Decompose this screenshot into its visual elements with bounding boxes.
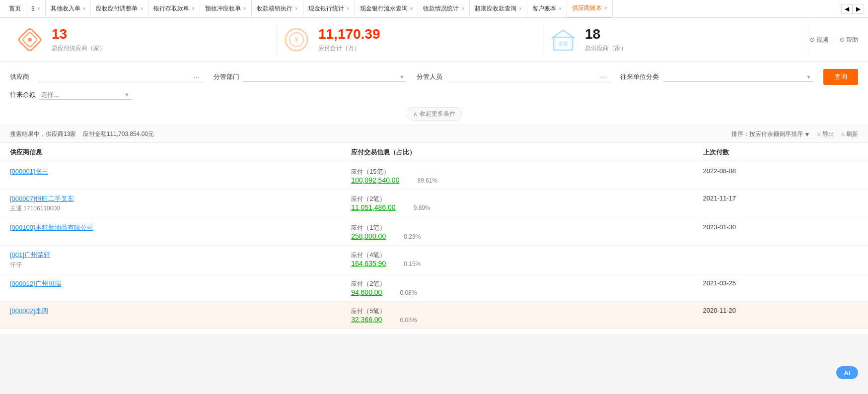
supplier-link[interactable]: [000100]本特勤油品有限公司	[10, 224, 93, 231]
nav-tab-prepay-ar[interactable]: 预收冲应收单 ×	[200, 0, 252, 18]
supplier-link[interactable]: [000002]李四	[10, 307, 48, 315]
nav-tab-ar-ap-adjust[interactable]: 应收应付调整单 ×	[91, 0, 148, 18]
help-separator: |	[833, 36, 835, 43]
nav-tab-collection-verify-close[interactable]: ×	[295, 6, 298, 11]
supplier-link[interactable]: [000012]广州贝瑞	[10, 280, 61, 287]
balance-filter-input[interactable]	[41, 91, 124, 98]
nav-next-button[interactable]: ▶	[853, 4, 864, 14]
nav-tab-cash-bank-stat[interactable]: 现金银行统计 ×	[303, 0, 355, 18]
nav-tab-3-close[interactable]: ×	[37, 6, 40, 11]
tx-label: 应付	[351, 196, 363, 202]
tx-count: （1笔）	[363, 224, 386, 231]
filter-balance: 往来余额 ▼	[10, 90, 129, 100]
table-row: [000002]李四应付（5笔）32,366.000.03%2020-11-20	[0, 302, 868, 329]
coin-icon: ¥	[282, 25, 311, 55]
nav-prev-button[interactable]: ◀	[841, 4, 853, 14]
tx-amount[interactable]: 11,051,486.00	[351, 203, 396, 211]
transaction-label-row: 应付（2笔）	[351, 279, 683, 288]
help-link[interactable]: ⊙帮助	[840, 36, 858, 44]
nav-tab-collection-stat[interactable]: 收款情况统计 ×	[418, 0, 470, 18]
category-filter-input[interactable]	[665, 73, 806, 80]
tx-percent: 0.03%	[400, 317, 417, 324]
transaction-label-row: 应付（15笔）	[351, 167, 683, 176]
tx-percent: 0.23%	[404, 233, 421, 240]
last-payment-cell: 2023-01-30	[693, 218, 868, 246]
query-button[interactable]: 查询	[823, 69, 858, 85]
collapse-chevron-icon: ∧	[413, 111, 418, 118]
tx-amount[interactable]: 258,000.00	[351, 232, 386, 240]
collapse-button[interactable]: ∧ 收起更多条件	[407, 107, 462, 121]
dept-filter-input[interactable]	[245, 73, 400, 80]
refresh-button[interactable]: ○ 刷新	[841, 130, 858, 138]
supplier-filter-input[interactable]	[41, 73, 192, 80]
nav-arrows: ◀ ▶	[841, 4, 864, 14]
supplier-link[interactable]: [000001]张三	[10, 168, 48, 175]
nav-tab-supplier-ledger[interactable]: 供应商账本 ×	[567, 0, 613, 18]
tx-percent: 89.61%	[417, 177, 437, 184]
nav-tab-overdue-ar-label: 超期应收款查询	[475, 4, 516, 13]
nav-tab-bank-deposit-close[interactable]: ×	[192, 6, 195, 11]
person-dots-button[interactable]: ···	[598, 73, 608, 81]
dept-filter-label: 分管部门	[214, 72, 239, 81]
tx-label: 应付	[351, 252, 363, 259]
nav-tab-3[interactable]: 3 ×	[26, 0, 46, 18]
export-button[interactable]: ○ 导出	[817, 130, 834, 138]
last-payment-cell: 2021-11-17	[693, 190, 868, 218]
person-filter-input[interactable]	[448, 73, 598, 80]
balance-filter-select[interactable]: ▼	[39, 90, 132, 100]
nav-tab-overdue-ar[interactable]: 超期应收款查询 ×	[470, 0, 527, 18]
tx-count: （15笔）	[363, 168, 389, 175]
tx-percent: 9.89%	[414, 204, 431, 211]
supplier-dots-button[interactable]: ···	[192, 73, 202, 81]
sort-chevron-icon: ▼	[804, 131, 810, 138]
tx-count: （5笔）	[363, 307, 386, 315]
tx-amount[interactable]: 94,600.00	[351, 288, 382, 296]
video-link[interactable]: ⊙视频	[810, 36, 828, 44]
summary-card-total-suppliers: 18 总供应商（家）	[543, 23, 810, 57]
nav-tab-collection-stat-close[interactable]: ×	[461, 6, 464, 11]
nav-tab-cash-bank-flow-close[interactable]: ×	[410, 6, 413, 11]
summary-card-payable-suppliers: 13 总应付供应商（家）	[10, 23, 277, 57]
supplier-sub-info: 王通 17106110000	[10, 204, 331, 213]
nav-tab-customer-ledger[interactable]: 客户账本 ×	[527, 0, 567, 18]
transaction-amount-row: 94,600.000.08%	[351, 288, 683, 296]
payable-suppliers-value: 13	[52, 27, 105, 42]
category-filter-select[interactable]: ▼	[663, 72, 814, 82]
transaction-label-row: 应付（2笔）	[351, 195, 683, 203]
svg-rect-7	[559, 41, 563, 46]
nav-tab-overdue-ar-close[interactable]: ×	[519, 6, 522, 11]
person-filter-label: 分管人员	[417, 72, 442, 81]
last-payment-cell: 2022-08-08	[693, 162, 868, 190]
transaction-label-row: 应付（1笔）	[351, 223, 683, 232]
tx-amount[interactable]: 164,635.90	[351, 260, 386, 267]
nav-tab-home[interactable]: 首页	[4, 0, 26, 18]
nav-tab-supplier-ledger-close[interactable]: ×	[604, 5, 607, 11]
nav-tab-ar-ap-adjust-close[interactable]: ×	[140, 6, 143, 11]
summary-info-total-suppliers: 18 总供应商（家）	[585, 27, 627, 53]
refresh-icon: ○	[841, 131, 845, 138]
transaction-cell: 应付（2笔）94,600.000.08%	[341, 274, 693, 302]
nav-tab-customer-ledger-close[interactable]: ×	[559, 6, 562, 11]
tx-amount[interactable]: 100,092,540.00	[351, 176, 399, 184]
dept-filter-select[interactable]: ▼	[243, 72, 407, 82]
nav-tab-collection-verify[interactable]: 收款核销执行 ×	[252, 0, 303, 18]
tx-label: 应付	[351, 308, 363, 315]
transaction-cell: 应付（15笔）100,092,540.0089.61%	[341, 162, 693, 190]
last-payment-cell	[693, 246, 868, 274]
nav-tab-home-label: 首页	[9, 4, 21, 13]
tx-amount[interactable]: 32,366.00	[351, 316, 382, 324]
nav-tab-other-income-close[interactable]: ×	[83, 6, 86, 11]
nav-tab-other-income[interactable]: 其他收入单 ×	[46, 0, 91, 18]
nav-tab-cash-bank-flow[interactable]: 现金银行流水查询 ×	[355, 0, 419, 18]
transaction-amount-row: 32,366.000.03%	[351, 316, 683, 324]
sort-button[interactable]: 排序：按应付余额倒序排序 ▼	[731, 130, 810, 138]
nav-tab-prepay-ar-close[interactable]: ×	[243, 6, 246, 11]
total-suppliers-label: 总供应商（家）	[585, 44, 627, 53]
supplier-link[interactable]: [001]广州荣轩	[10, 251, 50, 259]
nav-tab-cash-bank-stat-close[interactable]: ×	[347, 6, 350, 11]
payable-suppliers-label: 总应付供应商（家）	[52, 44, 105, 53]
nav-tab-bank-deposit[interactable]: 银行存取款单 ×	[148, 0, 200, 18]
supplier-link[interactable]: [000007]恒旺二手叉车	[10, 195, 74, 202]
total-suppliers-value: 18	[585, 27, 627, 42]
last-payment-cell: 2021-03-25	[693, 274, 868, 302]
